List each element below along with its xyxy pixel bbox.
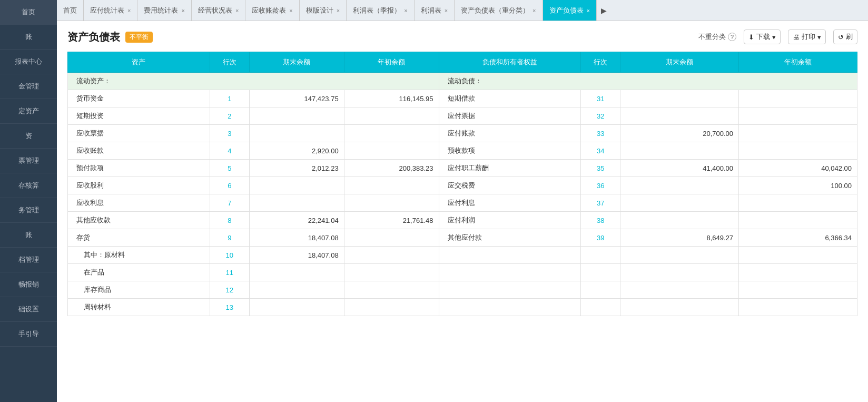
- tab-close-profit-quarterly[interactable]: ×: [404, 7, 407, 14]
- sidebar-item-fund-mgmt[interactable]: 金管理: [0, 74, 57, 99]
- table-row[interactable]: 预付款项 5 2,012.23 200,383.23 应付职工薪酬 35 41,…: [68, 160, 857, 177]
- liability-end-balance: [620, 247, 739, 264]
- asset-row-num: 1: [210, 90, 249, 107]
- col-header-end-balance-left: 期末余额: [249, 52, 344, 73]
- liability-name: [439, 247, 581, 264]
- tab-close-template-design[interactable]: ×: [337, 7, 340, 14]
- download-button[interactable]: ⬇ 下载 ▾: [744, 30, 781, 44]
- sidebar-item-guide[interactable]: 手引导: [0, 322, 57, 347]
- asset-row-num: 4: [210, 142, 249, 160]
- liability-begin-balance: [739, 142, 857, 160]
- tab-balance-reclassify[interactable]: 资产负债表（重分类） ×: [455, 0, 542, 21]
- table-row[interactable]: 其中：原材料 10 18,407.08: [68, 247, 857, 264]
- asset-name: 应收股利: [68, 177, 210, 194]
- sidebar-item-report-center[interactable]: 报表中心: [0, 50, 57, 74]
- liability-row-num: 34: [581, 142, 620, 160]
- table-row[interactable]: 存货 9 18,407.08 其他应付款 39 8,649.27 6,366.3…: [68, 229, 857, 247]
- tab-expense-stats[interactable]: 费用统计表 ×: [137, 0, 191, 21]
- liability-begin-balance: [739, 281, 857, 299]
- liability-row-num: [581, 281, 620, 299]
- tab-receivable-age[interactable]: 应收账龄表 ×: [245, 0, 299, 21]
- table-row[interactable]: 应收票据 3 应付账款 33 20,700.00: [68, 125, 857, 142]
- table-row[interactable]: 应收股利 6 应交税费 36 100.00: [68, 177, 857, 194]
- asset-end-balance: 18,407.08: [249, 229, 344, 247]
- table-row[interactable]: 其他应收款 8 22,241.04 21,761.48 应付利润 38: [68, 212, 857, 229]
- asset-end-balance: [249, 177, 344, 194]
- liability-begin-balance: 100.00: [739, 177, 857, 194]
- asset-row-num: 11: [210, 264, 249, 281]
- liability-name: [439, 264, 581, 281]
- help-icon[interactable]: ?: [728, 33, 736, 41]
- asset-end-balance: 18,407.08: [249, 247, 344, 264]
- liability-row-num: [581, 247, 620, 264]
- sidebar-item-home[interactable]: 首页: [0, 0, 57, 25]
- liability-row-num: [581, 299, 620, 316]
- asset-row-num: 7: [210, 194, 249, 212]
- liability-begin-balance: [739, 264, 857, 281]
- refresh-button[interactable]: ↺ 刷: [833, 30, 857, 44]
- tab-close-operations[interactable]: ×: [235, 7, 239, 14]
- table-row[interactable]: 周转材料 13: [68, 299, 857, 316]
- tab-close-payable-stats[interactable]: ×: [127, 7, 131, 14]
- tab-close-receivable-age[interactable]: ×: [289, 7, 292, 14]
- asset-begin-balance: [344, 177, 439, 194]
- asset-begin-balance: [344, 299, 439, 316]
- liability-begin-balance: [739, 125, 857, 142]
- no-classify-toggle[interactable]: 不重分类 ?: [698, 32, 736, 42]
- sidebar-item-settings[interactable]: 础设置: [0, 297, 57, 322]
- asset-name: 预付款项: [68, 160, 210, 177]
- print-button[interactable]: 🖨 打印 ▾: [788, 30, 826, 44]
- asset-end-balance: 2,012.23: [249, 160, 344, 177]
- liability-row-num: 38: [581, 212, 620, 229]
- sidebar-item-archive[interactable]: 档管理: [0, 248, 57, 272]
- content-area: 资产负债表 不平衡 不重分类 ? ⬇ 下载 ▾ 🖨 打印 ▾: [57, 21, 868, 402]
- liability-end-balance: [620, 264, 739, 281]
- tab-close-balance-reclassify[interactable]: ×: [532, 7, 536, 14]
- page-header: 资产负债表 不平衡 不重分类 ? ⬇ 下载 ▾ 🖨 打印 ▾: [67, 30, 857, 44]
- tab-arrow-right[interactable]: ▶: [597, 6, 611, 15]
- tab-profit-quarterly[interactable]: 利润表（季报） ×: [347, 0, 414, 21]
- sidebar-item-ledger[interactable]: 账: [0, 223, 57, 248]
- sidebar-item-expense[interactable]: 畅报销: [0, 272, 57, 297]
- table-row[interactable]: 应收账款 4 2,920.00 预收款项 34: [68, 142, 857, 160]
- table-row[interactable]: 短期投资 2 应付票据 32: [68, 107, 857, 125]
- sidebar-item-fixed-assets[interactable]: 定资产: [0, 99, 57, 124]
- sidebar-item-account[interactable]: 账: [0, 25, 57, 50]
- tab-bar: 首页 应付统计表 × 费用统计表 × 经营状况表 × 应收账龄表 × 模版设计 …: [57, 0, 868, 21]
- asset-name: 周转材料: [68, 299, 210, 316]
- tab-template-design[interactable]: 模版设计 ×: [300, 0, 347, 21]
- tab-payable-stats[interactable]: 应付统计表 ×: [84, 0, 137, 21]
- sidebar-item-inventory[interactable]: 存核算: [0, 173, 57, 198]
- print-icon: 🖨: [793, 33, 800, 41]
- asset-name: 其中：原材料: [68, 247, 210, 264]
- sidebar-item-ticket-mgmt[interactable]: 票管理: [0, 149, 57, 173]
- page-actions: 不重分类 ? ⬇ 下载 ▾ 🖨 打印 ▾ ↺ 刷: [698, 30, 857, 44]
- asset-name: 应收账款: [68, 142, 210, 160]
- asset-begin-balance: [344, 247, 439, 264]
- tab-balance-sheet[interactable]: 资产负债表 ×: [543, 0, 597, 21]
- sidebar-item-tax-mgmt[interactable]: 务管理: [0, 198, 57, 223]
- sidebar-item-assets[interactable]: 资: [0, 124, 57, 149]
- asset-name: 在产品: [68, 264, 210, 281]
- download-chevron-icon: ▾: [772, 33, 776, 41]
- section-right-label: 流动负债：: [439, 73, 857, 90]
- liability-row-num: 36: [581, 177, 620, 194]
- asset-begin-balance: [344, 264, 439, 281]
- table-section-header: 流动资产： 流动负债：: [68, 73, 857, 90]
- asset-begin-balance: 200,383.23: [344, 160, 439, 177]
- tab-close-expense-stats[interactable]: ×: [181, 7, 184, 14]
- table-row[interactable]: 库存商品 12: [68, 281, 857, 299]
- table-row[interactable]: 货币资金 1 147,423.75 116,145.95 短期借款 31: [68, 90, 857, 107]
- page-title: 资产负债表: [67, 30, 120, 44]
- asset-name: 其他应收款: [68, 212, 210, 229]
- tab-profit[interactable]: 利润表 ×: [415, 0, 455, 21]
- tab-operations[interactable]: 经营状况表 ×: [192, 0, 245, 21]
- liability-begin-balance: [739, 90, 857, 107]
- table-row[interactable]: 在产品 11: [68, 264, 857, 281]
- liability-name: 应交税费: [439, 177, 581, 194]
- tab-close-profit[interactable]: ×: [445, 7, 448, 14]
- asset-name: 货币资金: [68, 90, 210, 107]
- tab-home[interactable]: 首页: [57, 0, 84, 21]
- table-row[interactable]: 应收利息 7 应付利息 37: [68, 194, 857, 212]
- tab-close-balance-sheet[interactable]: ×: [587, 7, 590, 14]
